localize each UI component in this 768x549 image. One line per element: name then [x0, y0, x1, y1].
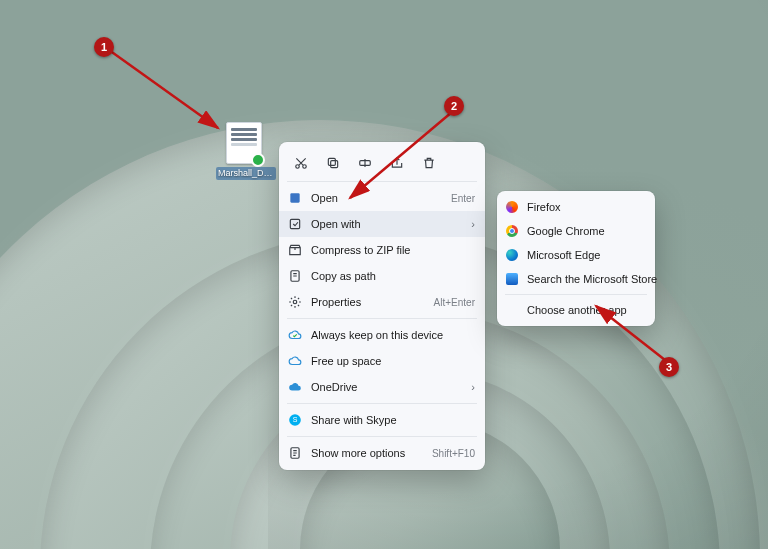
menu-label: Show more options — [311, 447, 424, 459]
svg-rect-6 — [290, 219, 299, 228]
menu-item-copy-path[interactable]: Copy as path — [279, 263, 485, 289]
svg-point-8 — [293, 300, 297, 304]
rename-button[interactable] — [351, 150, 379, 176]
svg-rect-2 — [331, 161, 338, 168]
menu-label: Share with Skype — [311, 414, 475, 426]
cut-button[interactable] — [287, 150, 315, 176]
svg-line-12 — [109, 50, 218, 128]
copy-path-icon — [287, 268, 303, 284]
submenu-item-edge[interactable]: Microsoft Edge — [497, 243, 655, 267]
zip-icon — [287, 242, 303, 258]
menu-label: OneDrive — [311, 381, 463, 393]
chevron-right-icon: › — [471, 218, 475, 230]
more-icon — [287, 445, 303, 461]
submenu-item-ms-store[interactable]: Search the Microsoft Store — [497, 267, 655, 291]
menu-separator — [287, 436, 477, 437]
menu-label: Open with — [311, 218, 463, 230]
submenu-item-choose-another[interactable]: Choose another app — [497, 298, 655, 322]
desktop-file-label: Marshall_Dunne… — [216, 167, 276, 180]
context-menu: Open Enter Open with › Compress to ZIP f… — [279, 142, 485, 470]
share-button[interactable] — [383, 150, 411, 176]
open-icon — [287, 190, 303, 206]
copy-icon — [326, 156, 340, 170]
menu-separator — [287, 318, 477, 319]
submenu-item-chrome[interactable]: Google Chrome — [497, 219, 655, 243]
blank-icon — [505, 303, 519, 317]
onedrive-icon — [287, 379, 303, 395]
file-thumbnail — [226, 122, 262, 164]
svg-rect-3 — [328, 158, 335, 165]
open-with-icon — [287, 216, 303, 232]
delete-icon — [422, 156, 436, 170]
cloud-icon — [287, 353, 303, 369]
submenu-item-firefox[interactable]: Firefox — [497, 195, 655, 219]
properties-icon — [287, 294, 303, 310]
menu-item-share-skype[interactable]: S Share with Skype — [279, 407, 485, 433]
svg-point-0 — [296, 165, 300, 169]
svg-point-1 — [303, 165, 307, 169]
submenu-label: Choose another app — [527, 304, 645, 316]
menu-item-show-more[interactable]: Show more options Shift+F10 — [279, 440, 485, 466]
annotation-badge-3: 3 — [659, 357, 679, 377]
ms-store-icon — [505, 272, 519, 286]
menu-label: Free up space — [311, 355, 475, 367]
rename-icon — [358, 156, 372, 170]
annotation-badge-1: 1 — [94, 37, 114, 57]
menu-separator — [505, 294, 647, 295]
menu-hint: Enter — [451, 193, 475, 204]
open-with-submenu: Firefox Google Chrome Microsoft Edge Sea… — [497, 191, 655, 326]
menu-item-onedrive[interactable]: OneDrive › — [279, 374, 485, 400]
cloud-check-icon — [287, 327, 303, 343]
menu-label: Open — [311, 192, 443, 204]
sync-badge-icon — [251, 153, 265, 167]
firefox-icon — [505, 200, 519, 214]
menu-item-compress[interactable]: Compress to ZIP file — [279, 237, 485, 263]
svg-text:S: S — [293, 416, 298, 423]
menu-item-open[interactable]: Open Enter — [279, 185, 485, 211]
chevron-right-icon: › — [471, 381, 475, 393]
menu-label: Properties — [311, 296, 426, 308]
menu-separator — [287, 403, 477, 404]
menu-label: Always keep on this device — [311, 329, 475, 341]
menu-hint: Alt+Enter — [434, 297, 475, 308]
menu-item-properties[interactable]: Properties Alt+Enter — [279, 289, 485, 315]
menu-label: Copy as path — [311, 270, 475, 282]
skype-icon: S — [287, 412, 303, 428]
menu-item-open-with[interactable]: Open with › — [279, 211, 485, 237]
context-toolbar — [279, 146, 485, 178]
submenu-label: Firefox — [527, 201, 645, 213]
submenu-label: Google Chrome — [527, 225, 645, 237]
desktop-file-icon[interactable]: Marshall_Dunne… — [216, 122, 272, 184]
copy-button[interactable] — [319, 150, 347, 176]
delete-button[interactable] — [415, 150, 443, 176]
menu-hint: Shift+F10 — [432, 448, 475, 459]
menu-separator — [287, 181, 477, 182]
cut-icon — [294, 156, 308, 170]
menu-label: Compress to ZIP file — [311, 244, 475, 256]
chrome-icon — [505, 224, 519, 238]
share-icon — [390, 156, 404, 170]
submenu-label: Search the Microsoft Store — [527, 273, 657, 285]
edge-icon — [505, 248, 519, 262]
menu-item-free-up[interactable]: Free up space — [279, 348, 485, 374]
svg-rect-5 — [290, 193, 299, 202]
annotation-badge-2: 2 — [444, 96, 464, 116]
menu-item-always-keep[interactable]: Always keep on this device — [279, 322, 485, 348]
submenu-label: Microsoft Edge — [527, 249, 645, 261]
